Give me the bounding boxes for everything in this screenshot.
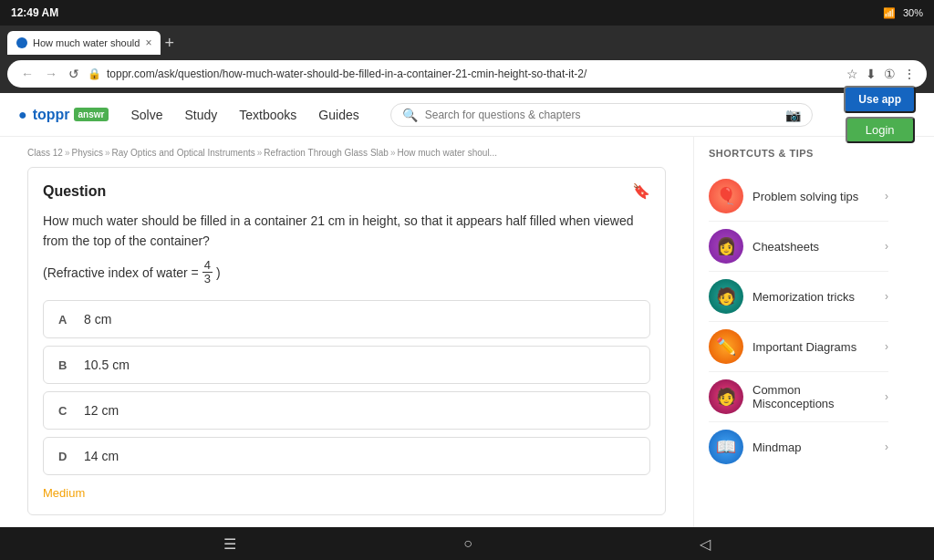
shortcut-memorization[interactable]: 🧑 Memorization tricks › [709,272,888,322]
option-c[interactable]: C 12 cm [43,391,650,430]
fraction-numerator: 4 [202,259,213,273]
wifi-icon: 📶 [883,7,896,19]
breadcrumb-class12[interactable]: Class 12 [27,148,63,158]
nav-right-buttons: Use app Login [844,86,916,143]
option-c-label: C [58,404,73,418]
chevron-right-icon-5: › [885,390,888,403]
difficulty-label: Medium [43,486,650,500]
question-area: Class 12 » Physics » Ray Optics and Opti… [0,137,693,560]
chevron-right-icon: › [885,190,888,202]
misconceptions-icon: 🧑 [709,379,743,414]
back-button[interactable]: ← [18,67,36,81]
camera-icon[interactable]: 📷 [785,108,801,122]
option-b-text: 10.5 cm [84,358,130,372]
menu-icon[interactable]: ⋮ [903,67,916,81]
toppr-logo-icon: ● [18,107,27,123]
reload-button[interactable]: ↺ [66,67,82,81]
shortcuts-title: SHORTCUTS & TIPS [709,148,888,159]
android-nav-bar: ☰ ○ ◁ [0,527,934,560]
question-title: Question [43,183,106,200]
url-text[interactable]: toppr.com/ask/question/how-much-water-sh… [107,67,841,80]
nav-textbooks[interactable]: Textbooks [239,108,296,122]
breadcrumb-refraction[interactable]: Refraction Through Glass Slab [264,148,389,158]
shortcut-misconceptions[interactable]: 🧑 Common Misconceptions › [709,372,888,422]
breadcrumb-ray-optics[interactable]: Ray Optics and Optical Instruments [111,148,254,158]
shortcut-memorization-label: Memorization tricks [752,290,876,304]
cheatsheets-icon: 👩 [709,229,743,264]
option-b[interactable]: B 10.5 cm [43,346,650,384]
address-bar: ← → ↺ 🔒 toppr.com/ask/question/how-much-… [7,60,927,88]
forward-button[interactable]: → [42,67,60,81]
question-box: Question 🔖 How much water should be fill… [27,167,666,515]
fraction-denominator: 3 [202,273,213,285]
refractive-suffix: ) [216,265,221,280]
shortcut-cheatsheets[interactable]: 👩 Cheatsheets › [709,222,888,272]
option-a-label: A [58,313,73,327]
battery-icon: 30% [903,7,923,18]
diagrams-icon: ✏️ [709,329,743,364]
option-d-label: D [58,450,73,463]
fraction: 4 3 [202,259,213,286]
bookmark-icon[interactable]: 🔖 [632,182,650,200]
shortcut-problem-label: Problem solving tips [752,190,876,203]
use-app-button[interactable]: Use app [844,86,916,113]
tab-count-icon[interactable]: ① [884,67,896,81]
logo-area: ● toppr answr [18,107,109,123]
shortcut-mindmap-label: Mindmap [752,441,876,454]
android-home-button[interactable]: ○ [463,535,472,552]
shortcut-diagrams-label: Important Diagrams [752,340,876,354]
star-icon[interactable]: ☆ [846,67,858,81]
chevron-right-icon-6: › [885,441,888,453]
option-c-text: 12 cm [84,403,119,418]
browser-chrome: How much water should × + ← → ↺ 🔒 toppr.… [0,26,934,93]
main-content: Class 12 » Physics » Ray Optics and Opti… [0,137,934,560]
shortcut-misconceptions-label: Common Misconceptions [752,383,876,410]
tab-title: How much water should [33,37,140,48]
shortcut-mindmap[interactable]: 📖 Mindmap › [709,422,888,472]
download-icon[interactable]: ⬇ [866,67,877,81]
sep2: » [105,148,110,158]
nav-links: Solve Study Textbooks Guides [130,108,358,122]
question-text: How much water should be filled in a con… [43,211,650,252]
address-actions: ☆ ⬇ ① ⋮ [846,67,916,81]
breadcrumb: Class 12 » Physics » Ray Optics and Opti… [27,148,666,158]
sep3: » [257,148,263,158]
logo-toppr[interactable]: toppr [33,107,70,123]
option-b-label: B [58,358,73,372]
problem-solving-icon: 🎈 [709,179,743,213]
chevron-right-icon-2: › [885,240,888,253]
search-icon: 🔍 [402,108,418,122]
top-nav: ● toppr answr Solve Study Textbooks Guid… [0,93,934,137]
tab-favicon [16,37,27,48]
option-d[interactable]: D 14 cm [43,437,650,475]
tab-bar: How much water should × + [7,31,927,55]
active-tab[interactable]: How much water should × [7,31,161,55]
status-bar: 12:49 AM 📶 30% [0,0,934,26]
breadcrumb-physics[interactable]: Physics [71,148,102,158]
search-input[interactable] [425,109,779,121]
shortcut-cheatsheet-label: Cheatsheets [752,240,876,254]
mindmap-icon: 📖 [709,430,743,464]
nav-study[interactable]: Study [184,108,217,122]
question-header: Question 🔖 [43,182,650,200]
shortcut-problem-solving[interactable]: 🎈 Problem solving tips › [709,171,888,222]
shortcut-diagrams[interactable]: ✏️ Important Diagrams › [709,322,888,372]
memorization-icon: 🧑 [709,279,743,314]
time: 12:49 AM [11,6,58,19]
android-menu-button[interactable]: ☰ [223,535,236,553]
nav-solve[interactable]: Solve [130,108,162,122]
option-d-text: 14 cm [84,449,119,463]
option-a[interactable]: A 8 cm [43,300,650,338]
options-list: A 8 cm B 10.5 cm C 12 cm D 14 cm [43,300,650,475]
nav-guides[interactable]: Guides [318,108,358,122]
logo-answr[interactable]: answr [74,108,109,121]
option-a-text: 8 cm [84,312,111,327]
android-back-button[interactable]: ◁ [700,535,711,553]
tab-close-button[interactable]: × [145,36,151,49]
lock-icon: 🔒 [88,67,101,80]
website: ● toppr answr Solve Study Textbooks Guid… [0,93,934,560]
new-tab-button[interactable]: + [164,35,174,51]
sep4: » [390,148,396,158]
breadcrumb-current: How much water shoul... [397,148,497,158]
chevron-right-icon-3: › [885,290,888,303]
